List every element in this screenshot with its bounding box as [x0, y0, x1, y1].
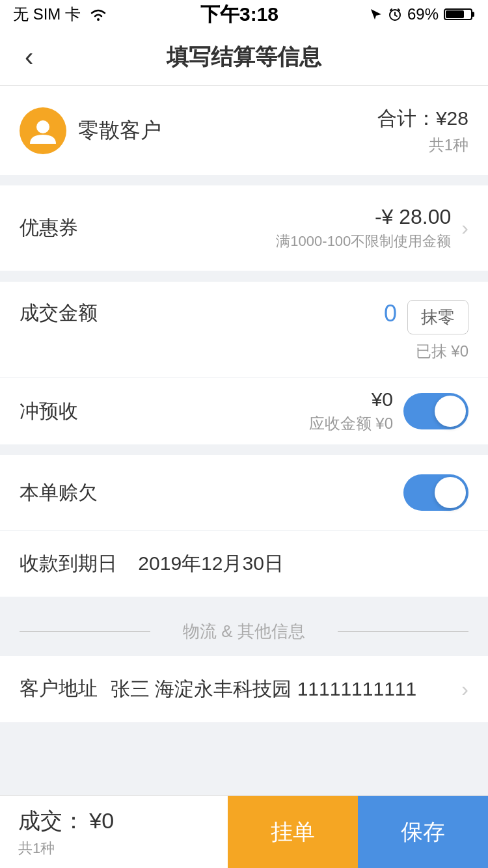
credit-card: 本单赊欠 收款到期日 2019年12月30日 — [0, 455, 488, 597]
alarm-icon — [388, 7, 402, 21]
prepay-label: 冲预收 — [20, 398, 78, 425]
avatar — [20, 107, 66, 154]
status-bar: 无 SIM 卡 下午3:18 69% — [0, 0, 488, 29]
credit-toggle[interactable] — [403, 474, 468, 511]
deal-section: 成交金额 0 抹零 已抹 ¥0 冲预收 ¥0 应收金额 ¥0 — [0, 282, 488, 444]
status-left: 无 SIM 卡 — [13, 4, 109, 25]
nav-bar: ‹ 填写结算等信息 — [0, 29, 488, 86]
due-date-label: 收款到期日 — [20, 552, 117, 574]
round-button[interactable]: 抹零 — [407, 300, 468, 334]
save-button[interactable]: 保存 — [358, 796, 488, 869]
address-chevron-icon: › — [461, 677, 468, 701]
svg-line-5 — [398, 9, 400, 10]
deal-amount-row: 成交金额 0 抹零 — [0, 282, 488, 341]
deal-sub-text: 已抹 ¥0 — [0, 341, 488, 377]
svg-rect-8 — [446, 10, 464, 18]
deal-amount-value[interactable]: 0 — [384, 300, 397, 327]
coupon-value-wrap: -¥ 28.00 满1000-100不限制使用金额 — [276, 205, 451, 251]
svg-rect-7 — [472, 12, 474, 17]
customer-row[interactable]: 零散客户 合计：¥28 共1种 — [0, 86, 488, 175]
svg-point-9 — [36, 120, 49, 133]
prepay-main-value: ¥0 — [309, 388, 393, 411]
page-title: 填写结算等信息 — [167, 42, 321, 72]
coupon-desc: 满1000-100不限制使用金额 — [276, 232, 451, 251]
address-left: 客户地址 张三 海淀永丰科技园 11111111111 — [20, 675, 416, 703]
content-area: 零散客户 合计：¥28 共1种 优惠券 -¥ 28.00 满1000-100不限… — [0, 86, 488, 800]
customer-total: 合计：¥28 — [377, 105, 468, 132]
prepay-value-wrap: ¥0 应收金额 ¥0 — [309, 388, 393, 434]
bottom-deal-label: 成交： — [18, 808, 85, 833]
status-right: 69% — [370, 5, 475, 23]
coupon-label: 优惠券 — [20, 215, 78, 241]
chevron-icon: › — [461, 216, 468, 240]
prepay-row: 冲预收 ¥0 应收金额 ¥0 — [0, 377, 488, 444]
battery-text: 69% — [407, 5, 439, 23]
customer-total-wrap: 合计：¥28 共1种 — [377, 105, 468, 156]
bottom-deal-row: 成交： ¥0 — [18, 806, 210, 836]
prepay-right: ¥0 应收金额 ¥0 — [309, 388, 468, 434]
deal-amount-label: 成交金额 — [20, 300, 98, 327]
credit-row: 本单赊欠 — [0, 455, 488, 530]
svg-point-0 — [97, 18, 100, 21]
bottom-bar: 成交： ¥0 共1种 挂单 保存 — [0, 795, 488, 868]
due-date-row: 收款到期日 2019年12月30日 — [0, 530, 488, 597]
bottom-deal-value: ¥0 — [89, 808, 114, 833]
customer-name: 零散客户 — [78, 116, 161, 145]
bottom-info: 成交： ¥0 共1种 — [0, 806, 228, 858]
wifi-icon — [87, 7, 109, 22]
location-icon — [370, 8, 383, 21]
prepay-sub-value: 应收金额 ¥0 — [309, 413, 393, 434]
credit-label: 本单赊欠 — [20, 480, 98, 506]
prepay-toggle[interactable] — [403, 393, 468, 429]
coupon-right: -¥ 28.00 满1000-100不限制使用金额 › — [276, 205, 468, 251]
address-label: 客户地址 — [20, 675, 98, 702]
logistics-label: 物流 & 其他信息 — [183, 620, 305, 643]
address-row[interactable]: 客户地址 张三 海淀永丰科技园 11111111111 › — [0, 656, 488, 722]
coupon-amount: -¥ 28.00 — [276, 205, 451, 229]
carrier-text: 无 SIM 卡 — [13, 4, 81, 25]
customer-count: 共1种 — [377, 135, 468, 156]
address-value: 张三 海淀永丰科技园 11111111111 — [111, 675, 416, 703]
coupon-card[interactable]: 优惠券 -¥ 28.00 满1000-100不限制使用金额 › — [0, 185, 488, 271]
coupon-row[interactable]: 优惠券 -¥ 28.00 满1000-100不限制使用金额 › — [0, 185, 488, 271]
customer-avatar-icon — [29, 116, 57, 145]
status-time: 下午3:18 — [200, 1, 278, 28]
bottom-count: 共1种 — [18, 839, 210, 858]
back-button[interactable]: ‹ — [18, 36, 40, 78]
logistics-divider: 物流 & 其他信息 — [0, 607, 488, 656]
svg-line-4 — [390, 9, 392, 10]
battery-icon — [444, 7, 475, 22]
svg-line-3 — [395, 15, 397, 16]
customer-left: 零散客户 — [20, 107, 161, 154]
pending-button[interactable]: 挂单 — [228, 796, 358, 869]
due-date-value: 2019年12月30日 — [138, 552, 283, 574]
deal-amount-right: 0 抹零 — [384, 300, 468, 334]
